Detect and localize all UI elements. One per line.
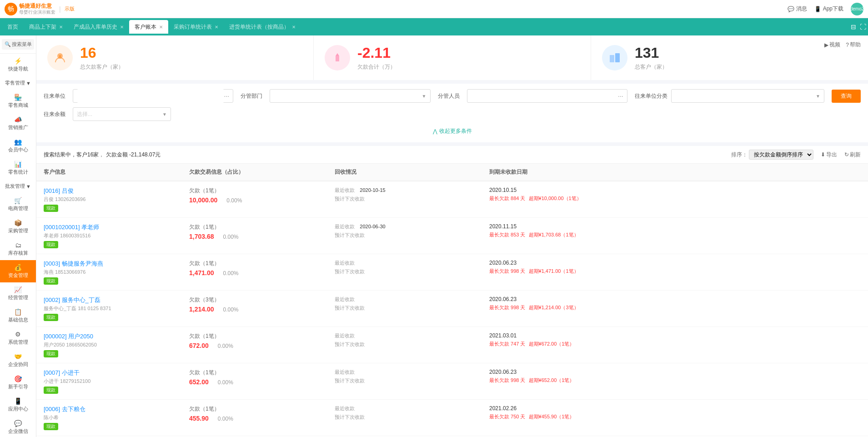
close-tab-products[interactable]: ✕	[59, 25, 63, 30]
customer-name-1[interactable]: 孝老师	[81, 224, 99, 231]
svg-text:¥: ¥	[59, 54, 61, 58]
overdue-cell-5: 2020.06.23 最长欠款 998 天 超期¥652.00（1笔）	[489, 369, 861, 384]
source-unit-more-btn[interactable]: ···	[224, 92, 230, 100]
refresh-btn[interactable]: ↻ 刷新	[844, 151, 861, 159]
debt-cell-1: 欠款（1笔） 1,703.68 0.00%	[189, 223, 335, 240]
collection-cell-0: 最近收款 2020-10-15 预计下次收款	[335, 187, 489, 202]
filter-row-2: 往来余额 选择... ▼	[44, 107, 861, 121]
tab-production[interactable]: 产成品入库单历史 ✕	[68, 20, 129, 34]
close-tab-customer-account[interactable]: ✕	[159, 25, 163, 30]
overdue-link-6[interactable]: 超期¥455.90（1笔）	[529, 414, 575, 419]
customer-code-5[interactable]: [0007]	[44, 369, 60, 376]
svg-rect-4	[615, 53, 620, 62]
sidebar-item-app-center[interactable]: 📱 应用中心	[0, 394, 36, 416]
customer-code-4[interactable]: [000002]	[44, 333, 67, 340]
app-download-btn[interactable]: 📱 App下载	[814, 5, 843, 13]
sidebar-item-member[interactable]: 👥 会员中心	[0, 135, 36, 157]
overdue-link-1[interactable]: 超期¥1,703.68（1笔）	[529, 232, 579, 237]
customer-code-1[interactable]: [0001020001]	[44, 224, 80, 231]
customer-cell-1: [0001020001] 孝老师 孝老师 18600391516 现款	[44, 223, 189, 248]
avatar: demo2	[851, 3, 863, 15]
customer-code-3[interactable]: [0002]	[44, 296, 60, 303]
sidebar-item-system[interactable]: ⚙ 系统管理	[0, 327, 36, 349]
balance-input[interactable]: 选择... ▼	[73, 107, 171, 121]
nav-link[interactable]: 示版	[65, 5, 75, 12]
total-customers-icon	[602, 45, 627, 70]
tab-purchase-order[interactable]: 采购订单统计表 ✕	[168, 20, 224, 34]
close-tab-purchase[interactable]: ✕	[215, 25, 218, 30]
help-btn[interactable]: ? 帮助	[846, 41, 861, 49]
unit-class-input[interactable]: ▼	[671, 89, 824, 103]
collapse-btn[interactable]: ⋀ 收起更多条件	[44, 126, 861, 137]
sidebar-item-basic-info[interactable]: 📋 基础信息	[0, 305, 36, 327]
sidebar-item-retail-mall[interactable]: 🏪 零售商城	[0, 90, 36, 112]
customer-cell-5: [0007] 小进干 小进干 18279152100 现款	[44, 369, 189, 394]
customer-name-6[interactable]: 去下粮仓	[62, 406, 85, 412]
search-menu-btn[interactable]: 🔍 搜索菜单	[2, 39, 34, 50]
collection-cell-4: 最近收款 预计下次收款	[335, 332, 489, 348]
source-unit-input[interactable]: ···	[73, 89, 233, 103]
sidebar-item-marketing[interactable]: 📣 营销推广	[0, 112, 36, 135]
stat-total-customers: 131 总客户（家） ▶ 视频 ? 帮助	[591, 35, 868, 80]
sidebar-item-finance[interactable]: 💰 资金管理	[0, 260, 36, 282]
customer-name-0[interactable]: 吕俊	[62, 187, 74, 194]
overdue-link-2[interactable]: 超期¥1,471.00（1笔）	[529, 268, 579, 274]
source-unit-field[interactable]	[77, 89, 224, 103]
export-btn[interactable]: ⬇ 导出	[821, 151, 837, 159]
person-more-btn[interactable]: ···	[618, 92, 623, 100]
sort-select[interactable]: 按欠款金额倒序排序	[749, 150, 813, 160]
overdue-link-5[interactable]: 超期¥652.00（1笔）	[529, 377, 575, 383]
sidebar-item-corp-coop[interactable]: 🤝 企业协同	[0, 349, 36, 372]
sidebar-item-corp-wx[interactable]: 💬 企业微信	[0, 416, 36, 437]
person-input[interactable]: ···	[467, 89, 627, 103]
customer-code-0[interactable]: [0016]	[44, 187, 60, 194]
sidebar-item-ecommerce[interactable]: 🛒 电商管理	[0, 193, 36, 216]
close-tab-production[interactable]: ✕	[120, 25, 124, 30]
refresh-icon: ↻	[844, 151, 849, 158]
app-logo: 畅	[5, 3, 17, 15]
fullscreen-icon[interactable]: ⛶	[860, 23, 866, 30]
customer-name-4[interactable]: 用户2050	[68, 333, 93, 340]
table-header: 客户信息 欠款交易信息（占比） 回收情况 到期未收款日期	[36, 164, 868, 181]
sidebar-item-batch-mgmt[interactable]: 批发管理 ▼	[0, 179, 36, 193]
dept-label: 分管部门	[241, 92, 266, 100]
tab-products[interactable]: 商品上下架 ✕	[24, 20, 68, 34]
customer-name-5[interactable]: 小进干	[62, 369, 80, 376]
sidebar-item-quick-nav[interactable]: ⚡ 快捷导航	[0, 54, 36, 76]
tab-bar: 首页 商品上下架 ✕ 产成品入库单历史 ✕ 客户账本 ✕ 采购订单统计表 ✕ 进…	[0, 18, 868, 35]
last-collect-label-0: 最近收款	[335, 187, 355, 193]
customer-name-2[interactable]: 畅捷服务尹海燕	[62, 260, 103, 267]
expand-icon[interactable]: ⊟	[851, 23, 856, 30]
help-icon: ?	[846, 42, 849, 48]
sidebar-item-inventory-check[interactable]: 🗂 库存核算	[0, 238, 36, 260]
sidebar-item-ops[interactable]: 📈 经营管理	[0, 282, 36, 305]
customer-name-3[interactable]: 服务中心_丁磊	[62, 296, 100, 303]
overdue-link-3[interactable]: 超期¥1,214.00（3笔）	[529, 305, 579, 310]
overdue-link-4[interactable]: 超期¥672.00（1笔）	[529, 341, 575, 347]
last-collect-date-0: 2020-10-15	[360, 187, 385, 193]
overdue-link-0[interactable]: 超期¥10,000.00（1笔）	[529, 196, 582, 201]
main-content: ¥ 16 总欠款客户（家） -2.11 欠款合计（万）	[36, 35, 868, 437]
view-video-btn[interactable]: ▶ 视频	[824, 41, 840, 49]
tab-customer-account[interactable]: 客户账本 ✕	[129, 20, 168, 34]
filter-section: 往来单位 ··· 分管部门 ▼ 分管人员	[36, 84, 868, 142]
sidebar-item-retail-stats[interactable]: 📊 零售统计	[0, 157, 36, 179]
customer-code-2[interactable]: [0003]	[44, 260, 60, 267]
user-menu[interactable]: demo2	[851, 3, 863, 15]
tab-inventory[interactable]: 进货单统计表（按商品） ✕	[224, 20, 301, 34]
close-tab-inventory[interactable]: ✕	[292, 25, 296, 30]
overdue-cell-2: 2020.06.23 最长欠款 998 天 超期¥1,471.00（1笔）	[489, 260, 861, 275]
sidebar-item-retail-mgmt[interactable]: 零售管理 ▼	[0, 76, 36, 90]
sidebar-item-new-guide[interactable]: 🎯 新手引导	[0, 372, 36, 394]
customer-code-6[interactable]: [0006]	[44, 406, 60, 412]
message-btn[interactable]: 💬 消息	[788, 5, 807, 13]
unit-class-label: 往来单位分类	[635, 92, 667, 100]
sort-label: 排序： 按欠款金额倒序排序	[731, 150, 813, 160]
search-button[interactable]: 查询	[832, 90, 861, 103]
dept-input[interactable]: ▼	[270, 89, 430, 103]
customer-cell-2: [0003] 畅捷服务尹海燕 海燕 18513066976 现款	[44, 260, 189, 285]
sidebar-item-purchase[interactable]: 📦 采购管理	[0, 216, 36, 238]
debt-amount-info: -2.11 欠款合计（万）	[357, 45, 396, 71]
debt-customers-label: 总欠款客户（家）	[80, 63, 124, 71]
tab-home[interactable]: 首页	[2, 20, 24, 34]
